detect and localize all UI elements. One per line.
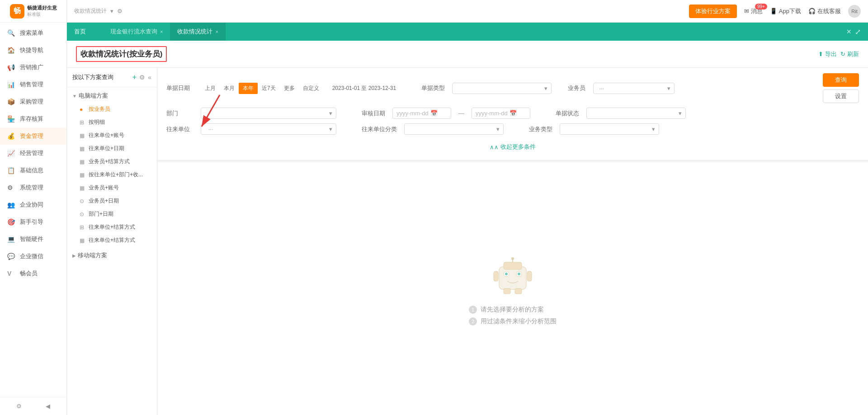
collapse-more-label: 收起更多条件 bbox=[500, 143, 536, 151]
salesman-more-dots[interactable]: ··· bbox=[599, 85, 604, 92]
query-button[interactable]: 查询 bbox=[823, 73, 859, 87]
home-icon: 🏠 bbox=[7, 47, 16, 54]
svg-point-7 bbox=[518, 273, 520, 275]
sidebar-item-wechat[interactable]: 💬 企业微信 bbox=[0, 248, 66, 265]
scheme-settings-icon[interactable]: ⚙ bbox=[139, 74, 145, 81]
partner-category-select[interactable]: ▾ bbox=[404, 123, 504, 135]
add-scheme-button[interactable]: + bbox=[132, 73, 137, 81]
scheme-item-partner-payment2[interactable]: ▦ 往来单位+结算方式 bbox=[67, 234, 157, 247]
scheme-collapse-icon[interactable]: « bbox=[148, 74, 151, 81]
sidebar-item-operations[interactable]: 📈 经营管理 bbox=[0, 145, 66, 162]
sidebar-label-purchase: 采购管理 bbox=[20, 98, 43, 106]
partner-more-dots[interactable]: ··· bbox=[208, 126, 213, 132]
salesman-select[interactable]: ··· ▾ bbox=[593, 83, 675, 94]
doc-type-select[interactable]: ▾ bbox=[452, 83, 552, 94]
scheme-item-partner-payment1[interactable]: ⊞ 往来单位+结算方式 bbox=[67, 221, 157, 234]
tab-home[interactable]: 首页 bbox=[67, 23, 103, 41]
doc-status-select[interactable]: ▾ bbox=[586, 108, 686, 119]
sidebar-label-wechat: 企业微信 bbox=[20, 252, 43, 260]
mobile-scheme-group: ▶ 移动端方案 bbox=[67, 249, 157, 262]
expand-icon[interactable]: ⤢ bbox=[855, 28, 861, 36]
sidebar-item-sales[interactable]: 📊 销售管理 bbox=[0, 76, 66, 93]
tab-collection-stats[interactable]: 收款情况统计 × bbox=[170, 23, 225, 41]
scheme-item-salesman-date[interactable]: ⊙ 业务员+日期 bbox=[67, 194, 157, 208]
app-download-button[interactable]: 📱 App下载 bbox=[770, 7, 801, 15]
scheme-item-salesman-payment[interactable]: ▦ 业务员+结算方式 bbox=[67, 155, 157, 168]
date-tab-more[interactable]: 更多 bbox=[280, 83, 299, 94]
pc-scheme-group-header[interactable]: ▼ 电脑端方案 bbox=[67, 89, 157, 103]
sidebar-item-member[interactable]: V 畅会员 bbox=[0, 265, 66, 282]
scheme-item-partner-dept[interactable]: ▦ 按往来单位+部门+收... bbox=[67, 168, 157, 181]
date-tab-this-month[interactable]: 本月 bbox=[220, 83, 239, 94]
collapse-more-button[interactable]: ∧∧ 收起更多条件 bbox=[166, 139, 859, 155]
close-all-tabs-icon[interactable]: × bbox=[846, 27, 851, 37]
date-tab-last-month[interactable]: 上月 bbox=[201, 83, 220, 94]
sidebar-item-search[interactable]: 🔍 搜索菜单 bbox=[0, 24, 66, 42]
svg-rect-1 bbox=[504, 262, 522, 269]
salesman-chevron: ▾ bbox=[667, 85, 670, 92]
tab-collection-stats-close[interactable]: × bbox=[215, 29, 218, 34]
filter-row-1: 单据日期 上月 本月 本年 近7天 更多 自定义 2023-01-01 至 20… bbox=[166, 73, 859, 103]
footer-settings-icon[interactable]: ⚙ bbox=[16, 403, 22, 410]
sidebar-item-collab[interactable]: 👥 企业协同 bbox=[0, 196, 66, 213]
step-1-number: 1 bbox=[469, 306, 477, 314]
empty-step-2: 2 用过滤条件来缩小分析范围 bbox=[469, 317, 557, 325]
member-icon: V bbox=[7, 270, 16, 277]
step-2-text: 用过滤条件来缩小分析范围 bbox=[481, 317, 557, 325]
sidebar-label-marketing: 营销推广 bbox=[20, 63, 43, 71]
partner-label: 往来单位 bbox=[166, 125, 193, 133]
scheme-item-partner-date[interactable]: ▦ 往来单位+日期 bbox=[67, 142, 157, 155]
biz-type-label: 业务类型 bbox=[529, 125, 552, 133]
scheme-item-dept-date[interactable]: ⊙ 部门+日期 bbox=[67, 208, 157, 221]
sidebar-item-inventory[interactable]: 🏪 库存核算 bbox=[0, 110, 66, 127]
detail-scheme-icon: ⊞ bbox=[80, 119, 86, 126]
sidebar-item-marketing[interactable]: 📢 营销推广 bbox=[0, 59, 66, 76]
salesman-scheme-icon: ● bbox=[80, 106, 86, 113]
sidebar-label-inventory: 库存核算 bbox=[20, 115, 43, 123]
biz-type-select[interactable]: ▾ bbox=[560, 123, 659, 135]
scheme-item-label-partner-payment1: 往来单位+结算方式 bbox=[89, 223, 135, 231]
date-tab-7days[interactable]: 近7天 bbox=[258, 83, 280, 94]
settings-button[interactable]: 设置 bbox=[823, 90, 859, 103]
export-button[interactable]: ⬆ 导出 bbox=[818, 50, 837, 58]
user-avatar[interactable]: Rit bbox=[848, 5, 861, 18]
scheme-item-label-salesman: 按业务员 bbox=[89, 105, 110, 113]
scheme-item-by-salesman[interactable]: ● 按业务员 bbox=[67, 103, 157, 116]
trial-button[interactable]: 体验行业方案 bbox=[689, 5, 737, 18]
logo-area: 畅 畅捷通好生意 标准版 bbox=[0, 0, 66, 23]
sidebar-item-finance[interactable]: 💰 资金管理 bbox=[0, 127, 66, 145]
pc-scheme-group: ▼ 电脑端方案 ● 按业务员 ⊞ 按明细 ▦ 往来单位+账号 ▦ 往来单位+ bbox=[67, 89, 157, 247]
scheme-item-salesman-account[interactable]: ▦ 业务员+账号 bbox=[67, 181, 157, 194]
review-date-start[interactable]: yyyy-mm-dd 📅 bbox=[392, 108, 451, 119]
system-icon: ⚙ bbox=[7, 184, 16, 191]
topbar-settings-icon[interactable]: ⚙ bbox=[117, 8, 123, 14]
tab-bank-flow[interactable]: 现金银行流水查询 × bbox=[103, 23, 170, 41]
footer-collapse-icon[interactable]: ◀ bbox=[46, 403, 50, 410]
dept-label: 部门 bbox=[166, 109, 193, 118]
review-date-end[interactable]: yyyy-mm-dd 📅 bbox=[472, 108, 530, 119]
export-label: 导出 bbox=[825, 50, 837, 58]
mobile-scheme-group-header[interactable]: ▶ 移动端方案 bbox=[67, 249, 157, 262]
messages-button[interactable]: ✉ 消息 99+ bbox=[744, 7, 763, 15]
sidebar-item-hardware[interactable]: 💻 智能硬件 bbox=[0, 231, 66, 248]
date-tabs: 上月 本月 本年 近7天 更多 自定义 bbox=[201, 83, 323, 94]
sidebar-label-search: 搜索菜单 bbox=[20, 29, 43, 37]
sidebar-item-purchase[interactable]: 📦 采购管理 bbox=[0, 93, 66, 110]
main-content: 收款情况统计(按业务员) ⬆ 导出 ↻ 刷新 按以下方案查询 + ⚙ « bbox=[67, 41, 868, 415]
salesman-account-icon: ▦ bbox=[80, 185, 86, 191]
scheme-item-by-detail[interactable]: ⊞ 按明细 bbox=[67, 116, 157, 129]
topbar-right: 体验行业方案 ✉ 消息 99+ 📱 App下载 🎧 在线客服 Rit bbox=[689, 5, 861, 18]
sidebar-item-quick-nav[interactable]: 🏠 快捷导航 bbox=[0, 42, 66, 59]
partner-select[interactable]: ··· ▾ bbox=[201, 123, 336, 135]
sidebar-item-guide[interactable]: 🎯 新手引导 bbox=[0, 213, 66, 231]
online-service-button[interactable]: 🎧 在线客服 bbox=[808, 7, 841, 15]
tab-bank-flow-close[interactable]: × bbox=[160, 29, 163, 34]
refresh-button[interactable]: ↻ 刷新 bbox=[840, 50, 859, 58]
sidebar-item-system[interactable]: ⚙ 系统管理 bbox=[0, 179, 66, 196]
sidebar-item-base-info[interactable]: 📋 基础信息 bbox=[0, 162, 66, 179]
date-tab-custom[interactable]: 自定义 bbox=[299, 83, 323, 94]
date-tab-this-year[interactable]: 本年 bbox=[239, 83, 258, 94]
dept-date-icon: ⊙ bbox=[80, 211, 86, 217]
dept-select[interactable]: ▾ bbox=[201, 108, 336, 119]
scheme-item-partner-account[interactable]: ▦ 往来单位+账号 bbox=[67, 129, 157, 142]
